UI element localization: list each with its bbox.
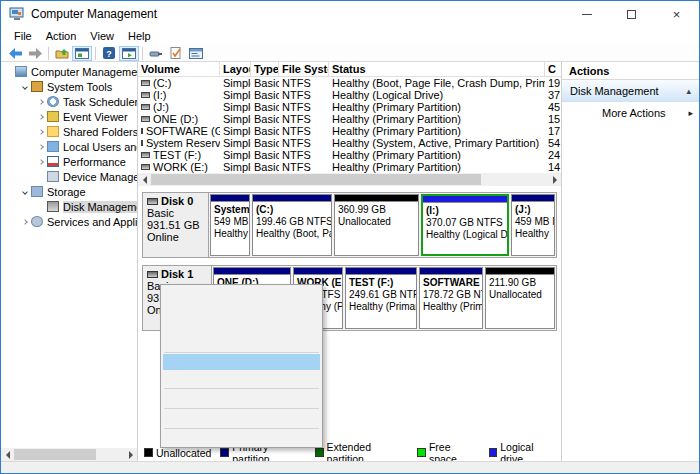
partition-unallocated[interactable]: 211.90 GB Unallocated	[485, 267, 555, 329]
menubar-file[interactable]: File	[7, 28, 39, 44]
volume-row[interactable]: (C:) Simple Basic NTFS Healthy (Boot, Pa…	[138, 77, 561, 89]
menu-item-help[interactable]	[163, 430, 320, 446]
column-header-fs[interactable]: File System	[279, 62, 329, 76]
menu-item-offline[interactable]	[163, 390, 320, 406]
scrollbar-thumb[interactable]	[14, 449, 96, 460]
column-header-volume[interactable]: Volume	[138, 62, 220, 76]
menu-item-convert-to-mbr-disk[interactable]	[163, 370, 320, 386]
partition-color-strip	[211, 195, 249, 202]
menubar-view[interactable]: View	[83, 28, 121, 44]
partition-test-f[interactable]: TEST (F:) 249.61 GB NTFS Healthy (Primar	[345, 267, 417, 329]
minimize-button[interactable]	[564, 1, 609, 27]
legend-label: Extended partition	[327, 441, 409, 462]
volume-row[interactable]: ONE (D:) Simple Basic NTFS Healthy (Prim…	[138, 113, 561, 125]
volume-icon	[141, 128, 143, 134]
expander-icon[interactable]	[36, 130, 46, 134]
properties-button[interactable]	[186, 46, 206, 61]
tree-horizontal-scrollbar[interactable]	[1, 448, 137, 461]
scrollbar-thumb[interactable]	[151, 174, 481, 185]
menu-item-new-raid-5-volume[interactable]	[163, 334, 320, 350]
menu-item-convert-to-dynamic-disk[interactable]	[163, 354, 320, 370]
sidebar-item-shared-folders[interactable]: Shared Folders	[1, 124, 137, 139]
menubar-help[interactable]: Help	[121, 28, 158, 44]
sidebar-item-computer-management-local[interactable]: Computer Management (Local	[1, 64, 137, 79]
up-folder-button[interactable]	[52, 46, 72, 61]
expander-icon[interactable]	[20, 190, 30, 194]
sidebar-item-system-tools[interactable]: System Tools	[1, 79, 137, 94]
up-folder-icon	[55, 48, 69, 59]
disk-label[interactable]: Disk 0 Basic 931.51 GB Online	[143, 193, 209, 257]
sidebar-item-services-and-applications[interactable]: Services and Applications	[1, 214, 137, 229]
sidebar-item-device-manager[interactable]: Device Manager	[1, 169, 137, 184]
scroll-left-icon[interactable]	[138, 173, 151, 186]
more-actions-item[interactable]: More Actions ▸	[562, 102, 699, 124]
sidebar-item-storage[interactable]: Storage	[1, 184, 137, 199]
forward-button[interactable]	[25, 46, 45, 61]
partition-color-strip	[214, 268, 290, 275]
partition-unallocated[interactable]: 360.99 GB Unallocated	[334, 194, 419, 256]
partition-system-reserved[interactable]: System Reserved 549 MB NTFS Healthy (Sys…	[210, 194, 250, 256]
layout-cell: Simple	[220, 149, 251, 161]
device-tool-button[interactable]	[146, 46, 166, 61]
expander-icon[interactable]	[36, 115, 46, 119]
actions-section-disk-management[interactable]: Disk Management ▴	[562, 80, 699, 102]
expander-icon[interactable]	[20, 85, 30, 89]
check-document-button[interactable]	[166, 46, 186, 61]
column-header-layout[interactable]: Layout	[220, 62, 251, 76]
volume-row[interactable]: SOFTWARE (G:) Simple Basic NTFS Healthy …	[138, 125, 561, 137]
file-system-cell: NTFS	[279, 101, 329, 113]
show-console-tree-button[interactable]	[72, 46, 92, 61]
capacity-cell: 54	[545, 137, 561, 149]
expander-icon[interactable]	[36, 160, 46, 164]
volume-row[interactable]: (I:) Simple Basic NTFS Healthy (Logical …	[138, 89, 561, 101]
menu-item-new-striped-volume[interactable]	[163, 302, 320, 318]
partition-status: Healthy (Primar	[346, 301, 416, 313]
type-cell: Basic	[251, 137, 279, 149]
scroll-right-icon[interactable]	[548, 173, 561, 186]
legend-label: Unallocated	[156, 447, 211, 459]
legend-color-swatch	[144, 448, 153, 457]
maximize-icon	[627, 10, 636, 19]
table-horizontal-scrollbar[interactable]	[138, 173, 561, 186]
column-header-status[interactable]: Status	[329, 62, 545, 76]
volume-row[interactable]: (J:) Simple Basic NTFS Healthy (Primary …	[138, 101, 561, 113]
sidebar-item-local-users-and-groups[interactable]: Local Users and Groups	[1, 139, 137, 154]
back-button[interactable]	[5, 46, 25, 61]
partition-size: 370.07 GB NTFS	[423, 217, 507, 229]
expander-icon[interactable]	[36, 100, 46, 104]
console-tree-icon	[75, 48, 89, 59]
layout-cell: Simple	[220, 137, 251, 149]
sidebar-item-performance[interactable]: Performance	[1, 154, 137, 169]
volume-row[interactable]: TEST (F:) Simple Basic NTFS Healthy (Pri…	[138, 149, 561, 161]
expander-icon[interactable]	[20, 220, 30, 224]
partition-i[interactable]: (I:) 370.07 GB NTFS Healthy (Logical Dr	[421, 194, 509, 256]
menu-item-properties[interactable]	[163, 410, 320, 426]
layout-cell: Simple	[220, 113, 251, 125]
partition-size: 249.61 GB NTFS	[346, 289, 416, 301]
services-icon	[31, 216, 43, 227]
column-header-type[interactable]: Type	[251, 62, 279, 76]
collapse-icon[interactable]: ▴	[686, 86, 691, 96]
maximize-button[interactable]	[609, 1, 654, 27]
partition-j[interactable]: (J:) 459 MB N Healthy	[511, 194, 555, 256]
column-header-cap[interactable]: C	[545, 62, 561, 76]
volume-row[interactable]: WORK (E:) Simple Basic NTFS Healthy (Pri…	[138, 161, 561, 173]
show-action-pane-button[interactable]	[119, 46, 139, 61]
menu-item-new-mirrored-volume[interactable]	[163, 318, 320, 334]
help-button[interactable]: ?	[99, 46, 119, 61]
expander-icon[interactable]	[36, 145, 46, 149]
action-pane-icon	[122, 48, 136, 59]
sidebar-item-task-scheduler[interactable]: Task Scheduler	[1, 94, 137, 109]
scroll-right-icon[interactable]	[124, 448, 137, 461]
volume-row[interactable]: System Reserved Simple Basic NTFS Health…	[138, 137, 561, 149]
volume-icon	[141, 140, 143, 146]
partition-c[interactable]: (C:) 199.46 GB NTFS Healthy (Boot, Page	[252, 194, 332, 256]
sidebar-item-event-viewer[interactable]: Event Viewer	[1, 109, 137, 124]
partition-software-g[interactable]: SOFTWARE (G:) 178.72 GB NTFS Healthy (Pr…	[419, 267, 483, 329]
scroll-left-icon[interactable]	[1, 448, 14, 461]
sidebar-item-disk-management[interactable]: Disk Management	[1, 199, 137, 214]
menu-item-new-spanned-volume[interactable]	[163, 286, 320, 302]
close-button[interactable]: ×	[654, 1, 699, 27]
title-bar[interactable]: Computer Management ×	[1, 1, 699, 27]
menubar-action[interactable]: Action	[39, 28, 84, 44]
